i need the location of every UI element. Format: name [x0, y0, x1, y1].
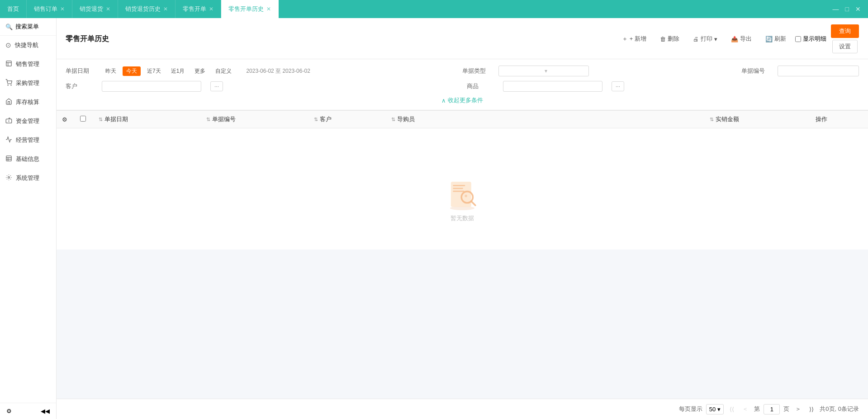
customer-browse-btn[interactable]: ··· — [210, 81, 223, 91]
sidebar-item-inventory-label: 库存核算 — [16, 98, 39, 106]
type-select[interactable]: ▾ — [498, 66, 589, 76]
collapse-label: 收起更多条件 — [448, 96, 483, 104]
more-btn[interactable]: 更多 — [191, 66, 209, 76]
tab-sales-return-history[interactable]: 销货退货历史 ✕ — [118, 0, 175, 18]
print-button[interactable]: 🖨 打印 ▾ — [688, 33, 722, 45]
tab-retail-open-close[interactable]: ✕ — [209, 6, 213, 12]
setting-button[interactable]: 设置 — [832, 40, 858, 53]
sidebar-item-inventory[interactable]: 库存核算 — [0, 93, 56, 112]
tab-retail-open-history-label: 零售开单历史 — [228, 5, 264, 13]
tab-sales-return-label: 销货退货 — [80, 5, 103, 13]
sidebar-item-finance[interactable]: 资金管理 — [0, 112, 56, 131]
refresh-button[interactable]: 🔄 刷新 — [761, 33, 791, 45]
display-detail-checkbox[interactable] — [795, 36, 801, 42]
prev-page-btn[interactable]: ＜ — [740, 404, 750, 414]
tab-retail-open-history-close[interactable]: ✕ — [266, 6, 271, 12]
sidebar-footer: ⚙ ◀◀ — [0, 403, 56, 419]
table-check-header[interactable] — [75, 111, 91, 128]
col-date: ⇅ 单据日期 — [91, 111, 199, 128]
refresh-label: 刷新 — [774, 35, 786, 43]
sidebar-item-basic-info[interactable]: 基础信息 — [0, 150, 56, 169]
add-button[interactable]: ＋ + 新增 — [617, 33, 651, 45]
col-number: ⇅ 单据编号 — [199, 111, 307, 128]
table-settings-header[interactable]: ⚙ — [57, 111, 75, 128]
custom-btn[interactable]: 自定义 — [212, 66, 235, 76]
last7days-btn[interactable]: 近7天 — [143, 66, 165, 76]
col-actual-amount: ⇅ 实销金额 — [702, 111, 810, 128]
sidebar-item-quick-nav[interactable]: ⊙ 快捷导航 — [0, 36, 56, 55]
sidebar-item-basic-info-label: 基础信息 — [16, 155, 39, 163]
filter-row-1: 单据日期 昨天 今天 近7天 近1月 更多 自定义 2023-06-02 至 2… — [66, 66, 859, 76]
page-size-select[interactable]: 50 ▾ — [706, 404, 724, 414]
col-salesperson-sort-icon[interactable]: ⇅ — [391, 117, 395, 122]
svg-point-19 — [465, 195, 467, 197]
svg-rect-0 — [6, 61, 11, 66]
display-detail-checkbox-wrapper[interactable]: 显示明细 — [795, 35, 826, 43]
sidebar-item-operations[interactable]: 经营管理 — [0, 131, 56, 150]
sidebar-item-operations-label: 经营管理 — [16, 136, 39, 144]
export-icon: 📤 — [731, 36, 738, 42]
filter-area: 单据日期 昨天 今天 近7天 近1月 更多 自定义 2023-06-02 至 2… — [57, 59, 868, 110]
yesterday-btn[interactable]: 昨天 — [102, 66, 120, 76]
maximize-button[interactable]: □ — [845, 5, 849, 13]
sidebar: 🔍 搜索菜单 ⊙ 快捷导航 销售管理 采购管理 库存核算 — [0, 18, 57, 419]
data-table: ⚙ ⇅ 单据日期 ⇅ — [57, 110, 868, 250]
tab-sales-return[interactable]: 销货退货 ✕ — [72, 0, 118, 18]
svg-rect-13 — [453, 185, 465, 186]
tab-sales-order-close[interactable]: ✕ — [60, 6, 65, 12]
sidebar-settings-icon[interactable]: ⚙ — [6, 408, 12, 414]
tab-sales-return-history-close[interactable]: ✕ — [163, 6, 168, 12]
last1month-btn[interactable]: 近1月 — [167, 66, 189, 76]
table-settings-icon[interactable]: ⚙ — [62, 116, 67, 123]
number-input[interactable] — [778, 66, 859, 76]
today-btn[interactable]: 今天 — [123, 66, 141, 76]
goods-input[interactable] — [503, 81, 602, 92]
col-spacer — [476, 111, 702, 128]
export-button[interactable]: 📤 导出 — [726, 33, 756, 45]
first-page-btn[interactable]: ⟨⟨ — [727, 405, 736, 414]
page-total: 共0页, 0条记录 — [820, 405, 859, 413]
tab-sales-return-close[interactable]: ✕ — [106, 6, 110, 12]
svg-point-10 — [8, 177, 10, 179]
col-customer-label: 客户 — [320, 115, 332, 123]
customer-filter-label: 客户 — [66, 82, 93, 90]
next-page-btn[interactable]: ＞ — [793, 404, 803, 414]
col-number-sort-icon[interactable]: ⇅ — [206, 117, 210, 122]
print-label: 打印 — [701, 35, 712, 43]
query-button[interactable]: 查询 — [831, 24, 859, 38]
sidebar-search-label: 搜索菜单 — [15, 23, 39, 31]
tab-retail-open-history[interactable]: 零售开单历史 ✕ — [221, 0, 279, 18]
col-actual-amount-label: 实销金额 — [716, 115, 739, 123]
collapse-row: ∧ 收起更多条件 — [66, 96, 859, 104]
tab-retail-open[interactable]: 零售开单 ✕ — [175, 0, 221, 18]
sidebar-item-quick-nav-label: 快捷导航 — [15, 41, 38, 49]
minimize-button[interactable]: — — [833, 5, 839, 13]
sidebar-item-sales-mgmt[interactable]: 销售管理 — [0, 55, 56, 74]
delete-button[interactable]: 🗑 删除 — [655, 33, 684, 45]
sidebar-search[interactable]: 🔍 搜索菜单 — [0, 18, 56, 36]
col-actual-amount-sort-icon[interactable]: ⇅ — [710, 117, 714, 122]
customer-input[interactable] — [102, 81, 201, 92]
close-button[interactable]: ✕ — [855, 5, 861, 13]
date-filter-label: 单据日期 — [66, 67, 93, 75]
select-all-checkbox[interactable] — [80, 116, 86, 122]
sidebar-collapse-icon[interactable]: ◀◀ — [41, 408, 50, 414]
page-unit: 页 — [783, 405, 789, 413]
col-date-sort-icon[interactable]: ⇅ — [99, 117, 103, 122]
type-filter-label: 单据类型 — [462, 67, 489, 75]
tab-sales-order[interactable]: 销售订单 ✕ — [27, 0, 72, 18]
sidebar-item-system[interactable]: 系统管理 — [0, 169, 56, 188]
add-label: + 新增 — [630, 35, 646, 43]
last-page-btn[interactable]: ⟩⟩ — [807, 405, 816, 414]
filter-row-2: 客户 ··· 商品 ··· — [66, 81, 859, 92]
sidebar-item-purchase-mgmt[interactable]: 采购管理 — [0, 74, 56, 93]
system-icon — [5, 174, 12, 182]
collapse-btn[interactable]: ∧ 收起更多条件 — [441, 96, 483, 104]
col-number-label: 单据编号 — [212, 115, 236, 123]
col-customer-sort-icon[interactable]: ⇅ — [314, 117, 318, 122]
goods-browse-btn[interactable]: ··· — [612, 81, 624, 91]
page-input[interactable] — [764, 404, 780, 414]
tab-retail-open-label: 零售开单 — [183, 5, 206, 13]
refresh-icon: 🔄 — [765, 36, 773, 42]
tab-home[interactable]: 首页 — [0, 0, 27, 18]
